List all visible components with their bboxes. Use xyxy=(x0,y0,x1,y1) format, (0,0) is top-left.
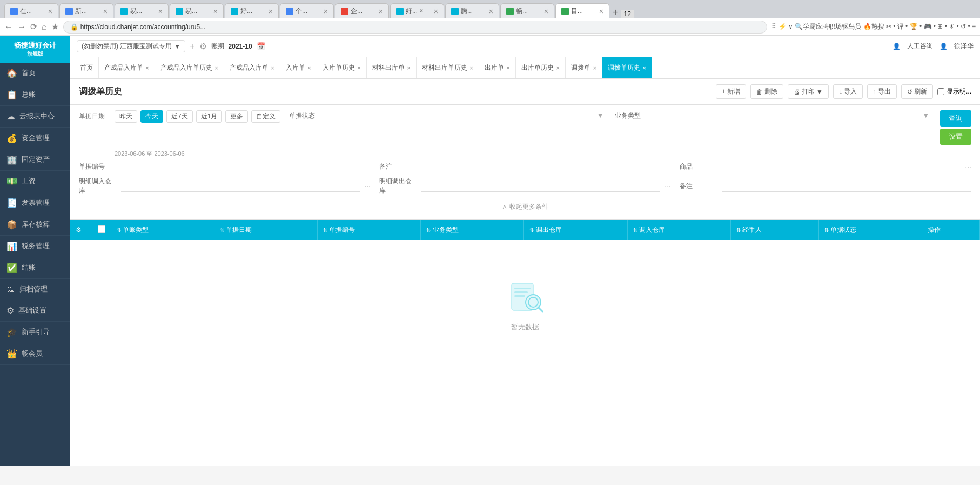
nav-tab-transfer[interactable]: 调拨单 × xyxy=(566,57,602,79)
company-selector[interactable]: (勿删勿禁用) 江西服宝测试专用 ▼ xyxy=(77,40,185,52)
th-status[interactable]: ⇅ 单据状态 xyxy=(818,220,922,240)
tab-close-5[interactable]: × xyxy=(269,7,273,16)
custom-date-button[interactable]: 自定义 xyxy=(251,110,280,123)
more-date-button[interactable]: 更多 xyxy=(225,110,248,123)
th-biztype[interactable]: ⇅ 业务类型 xyxy=(421,220,524,240)
browser-tab-3[interactable]: 易... × xyxy=(115,3,169,18)
sidebar-item-reports[interactable]: ☁ 云报表中心 xyxy=(0,106,70,128)
sidebar-item-home[interactable]: 🏠 首页 xyxy=(0,63,70,84)
nav-tab-finished-in-close[interactable]: × xyxy=(145,64,149,72)
tab-close-active[interactable]: × xyxy=(599,7,603,16)
th-docno[interactable]: ⇅ 单据编号 xyxy=(317,220,420,240)
status-input[interactable] xyxy=(327,112,596,119)
in-wh-more-icon[interactable]: ··· xyxy=(364,182,371,190)
add-company-button[interactable]: + xyxy=(190,42,194,51)
sidebar-item-tax[interactable]: 📊 税务管理 xyxy=(0,236,70,257)
user-name[interactable]: 徐泽华 xyxy=(954,42,974,51)
browser-tab-4[interactable]: 易... × xyxy=(170,3,224,18)
browser-tab-10[interactable]: 畅... × xyxy=(500,3,554,18)
remark-input[interactable] xyxy=(421,161,671,172)
nav-tab-material-out-close[interactable]: × xyxy=(407,64,411,72)
goods-input[interactable] xyxy=(722,161,961,172)
th-in-wh[interactable]: ⇅ 调入仓库 xyxy=(627,220,730,240)
nav-tab-storage-in-hist-close[interactable]: × xyxy=(357,64,361,72)
nav-tab-finished-in2-close[interactable]: × xyxy=(271,64,274,72)
nav-tab-transfer-hist[interactable]: 调拨单历史 × xyxy=(602,57,652,79)
nav-tab-out-close[interactable]: × xyxy=(506,64,510,72)
tab-close-7[interactable]: × xyxy=(379,7,383,16)
nav-tab-storage-in-hist[interactable]: 入库单历史 × xyxy=(317,57,367,79)
gear-settings-icon[interactable]: ⚙ xyxy=(76,226,82,234)
show-all-checkbox[interactable] xyxy=(937,88,944,95)
query-button[interactable]: 查询 xyxy=(940,110,971,127)
sidebar-item-assets[interactable]: 🏢 固定资产 xyxy=(0,149,70,171)
sidebar-item-inventory[interactable]: 📦 库存核算 xyxy=(0,214,70,236)
tab-close-1[interactable]: × xyxy=(48,7,52,16)
goods-more-icon[interactable]: ··· xyxy=(965,163,971,171)
calendar-icon[interactable]: 📅 xyxy=(257,42,265,50)
settings-filter-button[interactable]: 设置 xyxy=(940,129,971,145)
nav-tab-home[interactable]: 首页 xyxy=(75,57,99,79)
yesterday-button[interactable]: 昨天 xyxy=(115,110,137,123)
nav-tab-transfer-hist-close[interactable]: × xyxy=(642,64,646,72)
today-button[interactable]: 今天 xyxy=(140,110,163,123)
nav-tab-finished-in[interactable]: 产成品入库单 × xyxy=(99,57,155,79)
th-out-wh[interactable]: ⇅ 调出仓库 xyxy=(524,220,627,240)
sidebar-item-guide[interactable]: 🎓 新手引导 xyxy=(0,322,70,343)
th-handler[interactable]: ⇅ 经手人 xyxy=(730,220,818,240)
browser-tab-8[interactable]: 好... × × xyxy=(390,3,444,18)
new-tab-button[interactable]: + xyxy=(613,7,619,18)
forward-button[interactable]: → xyxy=(17,22,26,32)
browser-tab-5[interactable]: 好... × xyxy=(225,3,279,18)
nav-tab-finished-in2[interactable]: 产成品入库单 × xyxy=(224,57,280,79)
nav-tab-out-hist[interactable]: 出库单历史 × xyxy=(516,57,566,79)
th-type[interactable]: ⇅ 单账类型 xyxy=(111,220,214,240)
url-bar[interactable]: 🔒 https://cloud.chanjet.com/accounting/u… xyxy=(63,21,768,34)
nav-tab-out[interactable]: 出库单 × xyxy=(479,57,516,79)
tab-close-9[interactable]: × xyxy=(489,7,493,16)
sidebar-item-member[interactable]: 👑 畅会员 xyxy=(0,343,70,365)
out-wh-more-icon[interactable]: ··· xyxy=(664,182,671,190)
delete-button[interactable]: 🗑 删除 xyxy=(750,84,783,99)
nav-tab-transfer-close[interactable]: × xyxy=(593,64,596,72)
nav-tab-material-out-hist-close[interactable]: × xyxy=(469,64,473,72)
last-month-button[interactable]: 近1月 xyxy=(196,110,223,123)
docno-input[interactable] xyxy=(121,161,371,172)
in-wh-input[interactable] xyxy=(121,181,360,192)
sidebar-item-settings[interactable]: ⚙ 基础设置 xyxy=(0,300,70,322)
biztype-dropdown-icon[interactable]: ▼ xyxy=(922,111,929,119)
tab-close-3[interactable]: × xyxy=(158,7,163,16)
tab-close-2[interactable]: × xyxy=(103,7,108,16)
nav-tab-material-out[interactable]: 材料出库单 × xyxy=(367,57,417,79)
back-button[interactable]: ← xyxy=(4,22,13,32)
out-wh-input[interactable] xyxy=(421,181,660,192)
browser-tab-active[interactable]: 目... × xyxy=(555,3,609,18)
browser-tab-2[interactable]: 新... × xyxy=(59,3,113,18)
browser-tab-7[interactable]: 企... × xyxy=(335,3,389,18)
refresh-button[interactable]: ↺ 刷新 xyxy=(901,84,933,99)
select-all-checkbox[interactable] xyxy=(98,225,105,233)
home-button[interactable]: ⌂ xyxy=(42,22,47,32)
bookmark-button[interactable]: ★ xyxy=(51,22,59,32)
collapse-filter-button[interactable]: ∧ 收起更多条件 xyxy=(79,200,971,214)
nav-tab-storage-in-close[interactable]: × xyxy=(307,64,311,72)
browser-tab-6[interactable]: 个... × xyxy=(280,3,334,18)
th-date[interactable]: ⇅ 单据日期 xyxy=(214,220,317,240)
tab-close-6[interactable]: × xyxy=(324,7,328,16)
export-button[interactable]: ↑ 导出 xyxy=(867,84,897,99)
nav-tab-out-hist-close[interactable]: × xyxy=(556,64,560,72)
sidebar-item-funds[interactable]: 💰 资金管理 xyxy=(0,128,70,149)
remark2-input[interactable] xyxy=(722,181,971,192)
tab-close-10[interactable]: × xyxy=(544,7,548,16)
nav-tab-material-out-hist[interactable]: 材料出库单历史 × xyxy=(417,57,479,79)
import-button[interactable]: ↓ 导入 xyxy=(833,84,863,99)
tab-close-8[interactable]: × xyxy=(434,7,438,16)
nav-tab-storage-in[interactable]: 入库单 × xyxy=(280,57,317,79)
print-button[interactable]: 🖨 打印 ▼ xyxy=(788,84,829,99)
sidebar-item-archive[interactable]: 🗂 归档管理 xyxy=(0,279,70,300)
nav-tab-finished-in-hist[interactable]: 产成品入库单历史 × xyxy=(155,57,224,79)
company-settings-icon[interactable]: ⚙ xyxy=(199,41,207,51)
sidebar-item-close[interactable]: ✅ 结账 xyxy=(0,257,70,279)
browser-tab-1[interactable]: 在... × xyxy=(4,3,58,18)
nav-tab-finished-in-hist-close[interactable]: × xyxy=(214,64,218,72)
